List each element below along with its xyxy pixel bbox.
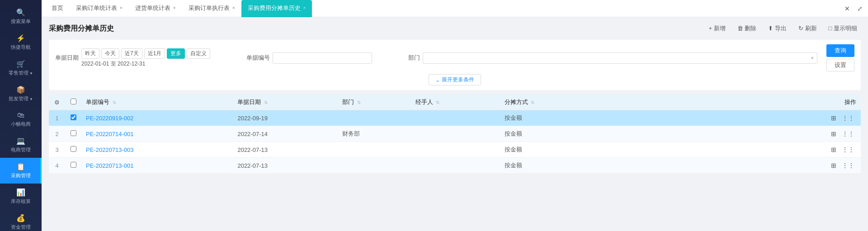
main-area: 首页采购订单统计表×进货单统计表×采购订单执行表×采购费用分摊单历史× ✕ ⤢ … [42, 0, 868, 231]
date-btn-1month[interactable]: 近1月 [144, 48, 165, 59]
table-row: 4 PE-20220713-001 2022-07-13 按金额 ⊞ ⋮⋮ [49, 158, 861, 174]
col-header-doc-date: 单据日期 ⇅ [233, 94, 337, 110]
date-filter: 单据日期 昨天 今天 近7天 近1月 更多 自定义 2022-01-01 至 2… [55, 48, 210, 68]
tab-bar: 首页采购订单统计表×进货单统计表×采购订单执行表×采购费用分摊单历史× ✕ ⤢ [42, 0, 868, 17]
row-dept-4 [338, 158, 411, 174]
toolbar: + 新增 🗑 删除 ⬆ 导出 ↻ 刷新 □ 显示明细 [705, 23, 861, 34]
sidebar-label-finance: 资金管理 [0, 224, 42, 231]
col-handler-label: 经手人 [415, 99, 433, 105]
tab-purchase-order-stats[interactable]: 采购订单统计表× [70, 0, 129, 17]
row-more-btn-4[interactable]: ⋮⋮ [840, 161, 856, 170]
sidebar-icon-inventory: 📊 [0, 188, 42, 197]
col-dept-label: 部门 [342, 99, 354, 105]
col-header-split-method: 分摊方式 ⇅ [500, 94, 825, 110]
row-edit-btn-4[interactable]: ⊞ [829, 161, 838, 170]
sidebar-item-retail[interactable]: 🛒 零售管理▼ [0, 55, 42, 81]
sort-icon-doc-date: ⇅ [264, 100, 268, 105]
tab-close-inbound-stats[interactable]: × [173, 5, 176, 10]
dept-filter: 部门 [408, 52, 817, 64]
sidebar-item-inventory[interactable]: 📊 库存核算 [0, 184, 42, 209]
sidebar-item-finance[interactable]: 💰 资金管理 [0, 209, 42, 231]
tab-label-home: 首页 [52, 4, 63, 12]
row-more-btn-3[interactable]: ⋮⋮ [840, 145, 856, 154]
show-detail-button[interactable]: □ 显示明细 [825, 23, 861, 34]
sidebar-item-wholesale[interactable]: 📦 批发管理▼ [0, 81, 42, 107]
date-btn-more[interactable]: 更多 [167, 48, 185, 59]
row-checkbox-cell-4 [65, 158, 81, 174]
expand-window-btn[interactable]: ⤢ [855, 4, 864, 13]
sidebar-item-purchase[interactable]: 📋 采购管理 [0, 158, 42, 184]
row-doc-no-3[interactable]: PE-20220713-003 [81, 142, 233, 158]
row-dept-3 [338, 142, 411, 158]
col-doc-no-label: 单据编号 [86, 99, 109, 105]
date-quick-btns: 昨天 今天 近7天 近1月 更多 自定义 [81, 48, 210, 59]
row-action-cell-3: ⊞ ⋮⋮ [825, 142, 861, 158]
row-doc-no-1[interactable]: PE-20220919-002 [81, 110, 233, 126]
sidebar-label-quick-nav: 快捷导航 [0, 44, 42, 51]
tab-close-purchase-order-exec[interactable]: × [232, 5, 235, 10]
delete-button[interactable]: 🗑 删除 [734, 23, 760, 34]
row-handler-4 [411, 158, 500, 174]
tab-purchase-cost-history[interactable]: 采购费用分摊单历史× [241, 0, 312, 17]
row-edit-btn-2[interactable]: ⊞ [829, 129, 838, 138]
row-action-cell-4: ⊞ ⋮⋮ [825, 158, 861, 174]
sidebar-label-retail: 零售管理▼ [0, 70, 42, 76]
sidebar-icon-purchase: 📋 [0, 162, 42, 171]
header-checkbox-cell [65, 94, 81, 110]
row-doc-no-4[interactable]: PE-20220713-001 [81, 158, 233, 174]
close-window-btn[interactable]: ✕ [843, 4, 852, 13]
col-header-dept: 部门 ⇅ [338, 94, 411, 110]
chevron-down-icon: ⌄ [435, 77, 440, 83]
table-body: 1 PE-20220919-002 2022-09-19 按金额 ⊞ ⋮⋮ 2 … [49, 110, 861, 174]
tab-close-purchase-cost-history[interactable]: × [303, 5, 306, 10]
sidebar-item-search[interactable]: 🔍 搜索菜单 [0, 4, 42, 29]
tab-home[interactable]: 首页 [45, 0, 70, 17]
sidebar-icon-mini-shop: 🛍 [0, 111, 42, 119]
row-more-btn-2[interactable]: ⋮⋮ [840, 129, 856, 138]
date-btn-custom[interactable]: 自定义 [187, 48, 210, 59]
sidebar-label-mini-shop: 小畅电商 [0, 121, 42, 127]
row-checkbox-2[interactable] [71, 130, 76, 136]
row-action-cell-1: ⊞ ⋮⋮ [825, 110, 861, 126]
date-range-display: 2022-01-01 至 2022-12-31 [81, 60, 210, 68]
row-more-btn-1[interactable]: ⋮⋮ [840, 113, 856, 123]
date-btn-7days[interactable]: 近7天 [121, 48, 142, 59]
sort-icon-split-method: ⇅ [531, 100, 534, 105]
sort-icon-doc-no: ⇅ [113, 100, 116, 105]
sidebar-item-mini-shop[interactable]: 🛍 小畅电商 [0, 107, 42, 132]
query-button[interactable]: 查询 [826, 44, 854, 57]
expand-conditions-btn[interactable]: ⌄ 展开更多条件 [429, 74, 481, 85]
table-header: ⚙ 单据编号 ⇅ 单据日期 ⇅ 部门 [49, 94, 861, 110]
tab-label-purchase-cost-history: 采购费用分摊单历史 [248, 4, 301, 12]
tab-purchase-order-exec[interactable]: 采购订单执行表× [182, 0, 241, 17]
row-edit-btn-3[interactable]: ⊞ [829, 145, 838, 154]
row-checkbox-3[interactable] [71, 146, 76, 152]
date-filter-label: 单据日期 [55, 54, 79, 62]
doc-no-input[interactable] [273, 52, 372, 64]
row-checkbox-1[interactable] [71, 114, 76, 120]
tab-inbound-stats[interactable]: 进货单统计表× [129, 0, 182, 17]
column-settings[interactable]: ⚙ [49, 94, 65, 110]
refresh-button[interactable]: ↻ 刷新 [795, 23, 821, 34]
date-btn-yesterday[interactable]: 昨天 [81, 48, 99, 59]
add-button[interactable]: + 新增 [705, 23, 729, 34]
row-doc-no-2[interactable]: PE-20220714-001 [81, 126, 233, 142]
filter-settings-button[interactable]: 设置 [826, 59, 854, 71]
row-edit-btn-1[interactable]: ⊞ [829, 113, 838, 123]
select-all-checkbox[interactable] [71, 99, 76, 104]
row-doc-date-3: 2022-07-13 [233, 142, 337, 158]
row-checkbox-4[interactable] [71, 162, 76, 168]
col-header-handler: 经手人 ⇅ [411, 94, 500, 110]
row-doc-date-2: 2022-07-14 [233, 126, 337, 142]
data-table: ⚙ 单据编号 ⇅ 单据日期 ⇅ 部门 [49, 94, 861, 174]
date-btn-today[interactable]: 今天 [101, 48, 119, 59]
row-handler-2 [411, 126, 500, 142]
tab-label-purchase-order-exec: 采购订单执行表 [189, 4, 230, 12]
sort-icon-dept: ⇅ [357, 100, 361, 105]
dept-select[interactable] [423, 52, 817, 64]
row-action-cell-2: ⊞ ⋮⋮ [825, 126, 861, 142]
tab-close-purchase-order-stats[interactable]: × [120, 5, 123, 10]
sidebar-item-quick-nav[interactable]: ⚡ 快捷导航 [0, 29, 42, 55]
sidebar-item-ecommerce[interactable]: 💻 电商管理 [0, 132, 42, 158]
export-button[interactable]: ⬆ 导出 [764, 23, 790, 34]
